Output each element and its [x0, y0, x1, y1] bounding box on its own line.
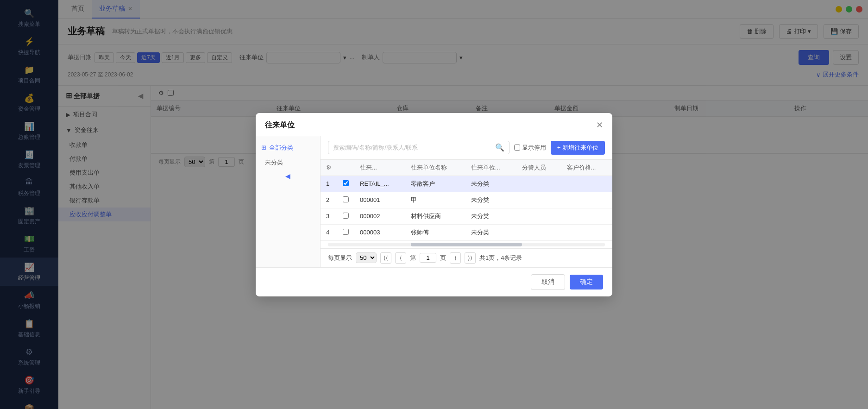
- page-suffix: 页: [440, 254, 446, 262]
- add-partner-button[interactable]: + 新增往来单位: [551, 141, 605, 155]
- modal-data-table: ⚙ 往来... 往来单位名称 往来单位... 分管人员 客户价格...: [321, 160, 612, 241]
- modal-search-input[interactable]: [333, 144, 492, 151]
- last-page-button[interactable]: ⟩⟩: [465, 252, 476, 264]
- show-inactive-toggle: 显示停用: [514, 144, 546, 152]
- row-code: 000003: [354, 224, 405, 240]
- modal-page-number-input[interactable]: [420, 253, 436, 263]
- grid-icon: ⊞: [261, 144, 266, 151]
- row-code: 000002: [354, 208, 405, 224]
- row-settings: 2: [321, 192, 337, 208]
- modal-toolbar: 🔍 显示停用 + 新增往来单位: [321, 136, 612, 160]
- row-code: 000001: [354, 192, 405, 208]
- table-row[interactable]: 4 000003 张师傅 未分类: [321, 224, 612, 240]
- modal-pagination: 每页显示 50 ⟨⟨ ⟨ 第 页 ⟩ ⟩⟩ 共1页，4条记录: [321, 248, 612, 267]
- page-size-label: 每页显示: [328, 254, 352, 262]
- row-price: [561, 224, 612, 240]
- row-salesperson: [516, 224, 561, 240]
- cancel-button[interactable]: 取消: [531, 274, 565, 290]
- modal-search-box: 🔍: [328, 141, 509, 154]
- modal-horizontal-scrollbar[interactable]: [328, 243, 605, 246]
- row-checkbox-cell: [337, 224, 354, 240]
- modal-col-salesperson: 分管人员: [516, 160, 561, 176]
- table-row[interactable]: 2 000001 甲 未分类: [321, 192, 612, 208]
- page-label: 第: [410, 254, 416, 262]
- show-inactive-checkbox[interactable]: [514, 145, 520, 151]
- row-checkbox[interactable]: [343, 180, 349, 186]
- modal-table-container: ⚙ 往来... 往来单位名称 往来单位... 分管人员 客户价格...: [321, 160, 612, 241]
- modal-col-name: 往来单位名称: [405, 160, 465, 176]
- row-code: RETAIL_...: [354, 176, 405, 192]
- row-checkbox-cell: [337, 208, 354, 224]
- row-settings: 1: [321, 176, 337, 192]
- modal-category-unclassified[interactable]: 未分类: [256, 156, 320, 170]
- row-salesperson: [516, 192, 561, 208]
- modal-action-footer: 取消 确定: [256, 267, 612, 296]
- modal-title: 往来单位: [265, 120, 295, 130]
- modal-panel-collapse-button[interactable]: ◀: [256, 170, 320, 182]
- show-inactive-label: 显示停用: [522, 144, 546, 152]
- row-checkbox[interactable]: [343, 213, 349, 219]
- search-icon: 🔍: [495, 143, 504, 152]
- next-page-button[interactable]: ⟩: [450, 252, 461, 264]
- row-name: 甲: [405, 192, 465, 208]
- row-category: 未分类: [465, 192, 516, 208]
- modal-col-category: 往来单位...: [465, 160, 516, 176]
- table-row[interactable]: 3 000002 材料供应商 未分类: [321, 208, 612, 224]
- modal-col-code: 往来...: [354, 160, 405, 176]
- row-salesperson: [516, 208, 561, 224]
- modal-scrollbar-thumb: [411, 243, 522, 246]
- row-settings: 4: [321, 224, 337, 240]
- row-checkbox-cell: [337, 192, 354, 208]
- row-checkbox-cell: [337, 176, 354, 192]
- modal-body: ⊞ 全部分类 未分类 ◀ 🔍 显示停用: [256, 136, 612, 267]
- modal-col-price: 客户价格...: [561, 160, 612, 176]
- row-category: 未分类: [465, 224, 516, 240]
- total-records: 共1页，4条记录: [479, 254, 522, 262]
- row-price: [561, 192, 612, 208]
- modal-page-size-select[interactable]: 50: [356, 252, 377, 263]
- modal-left-panel: ⊞ 全部分类 未分类 ◀: [256, 136, 321, 267]
- modal-close-button[interactable]: ✕: [596, 121, 603, 129]
- row-category: 未分类: [465, 176, 516, 192]
- modal-right-panel: 🔍 显示停用 + 新增往来单位 ⚙: [321, 136, 612, 267]
- modal-col-settings: ⚙: [321, 160, 337, 176]
- row-name: 零散客户: [405, 176, 465, 192]
- first-page-button[interactable]: ⟨⟨: [380, 252, 391, 264]
- partner-modal: 往来单位 ✕ ⊞ 全部分类 未分类 ◀ 🔍: [256, 113, 612, 296]
- row-price: [561, 176, 612, 192]
- row-salesperson: [516, 176, 561, 192]
- row-settings: 3: [321, 208, 337, 224]
- row-category: 未分类: [465, 208, 516, 224]
- modal-left-header: ⊞ 全部分类: [256, 140, 320, 156]
- row-name: 材料供应商: [405, 208, 465, 224]
- row-checkbox[interactable]: [343, 229, 349, 235]
- row-price: [561, 208, 612, 224]
- modal-col-checkbox: [337, 160, 354, 176]
- confirm-button[interactable]: 确定: [570, 275, 603, 289]
- prev-page-button[interactable]: ⟨: [395, 252, 406, 264]
- row-checkbox[interactable]: [343, 196, 349, 202]
- modal-left-title: 全部分类: [269, 144, 293, 152]
- modal-overlay: 往来单位 ✕ ⊞ 全部分类 未分类 ◀ 🔍: [0, 0, 868, 409]
- table-row[interactable]: 1 RETAIL_... 零散客户 未分类: [321, 176, 612, 192]
- modal-header: 往来单位 ✕: [256, 113, 612, 136]
- row-name: 张师傅: [405, 224, 465, 240]
